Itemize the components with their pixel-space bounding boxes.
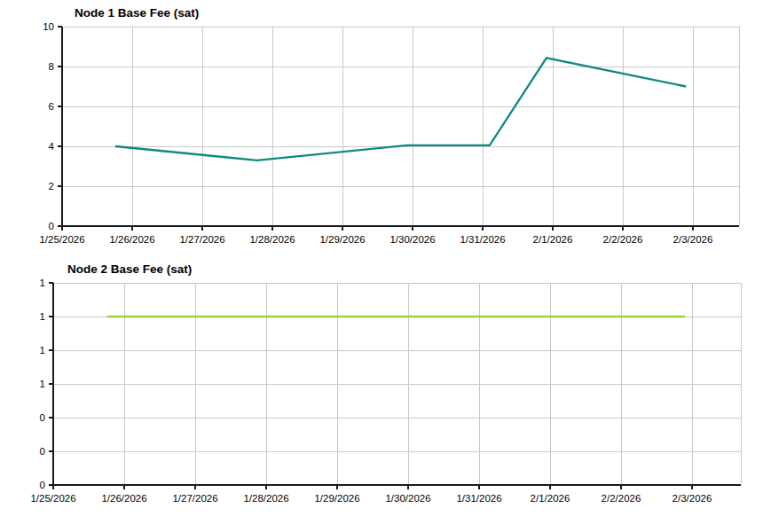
x-tick-label: 1/28/2026 (249, 234, 295, 245)
series-line (115, 58, 686, 160)
x-tick-label: 1/26/2026 (109, 234, 154, 245)
y-tick-label: 6 (49, 101, 54, 112)
y-tick-label: 4 (49, 141, 55, 152)
x-tick-label: 2/2/2026 (602, 493, 641, 504)
y-tick-label: 1 (40, 345, 45, 356)
x-tick-label: 1/30/2026 (389, 234, 435, 245)
x-tick-label: 2/1/2026 (531, 493, 570, 504)
charts-page: Node 1 Base Fee (sat) 02468101/25/20261/… (0, 0, 763, 532)
y-tick-label: 2 (49, 181, 54, 192)
x-tick-label: 1/30/2026 (385, 493, 430, 504)
x-tick-label: 1/31/2026 (456, 493, 501, 504)
y-tick-label: 1 (40, 311, 45, 322)
y-tick-label: 0 (40, 480, 45, 490)
x-tick-label: 1/28/2026 (243, 493, 288, 504)
x-tick-label: 1/25/2026 (39, 234, 84, 245)
y-tick-label: 1 (40, 379, 45, 389)
y-tick-label: 10 (43, 21, 54, 32)
x-tick-label: 1/26/2026 (101, 493, 146, 504)
x-tick-label: 2/2/2026 (603, 234, 643, 245)
x-tick-label: 2/3/2026 (673, 493, 712, 504)
x-tick-label: 2/1/2026 (533, 234, 573, 245)
node1-base-fee-plot: 02468101/25/20261/26/20261/27/20261/28/2… (0, 0, 763, 257)
node2-base-fee-plot: 00011111/25/20261/26/20261/27/20261/28/2… (0, 257, 763, 532)
x-tick-label: 1/29/2026 (314, 493, 359, 504)
x-tick-label: 1/27/2026 (179, 234, 224, 245)
y-tick-label: 0 (49, 221, 54, 231)
x-tick-label: 1/31/2026 (460, 234, 505, 245)
x-tick-label: 1/27/2026 (172, 493, 217, 504)
x-tick-label: 1/25/2026 (30, 493, 75, 504)
y-tick-label: 0 (40, 446, 45, 457)
y-tick-label: 8 (49, 61, 54, 72)
y-tick-label: 0 (40, 412, 45, 423)
y-tick-label: 1 (40, 278, 45, 288)
x-tick-label: 2/3/2026 (673, 234, 713, 245)
x-tick-label: 1/29/2026 (319, 234, 365, 245)
